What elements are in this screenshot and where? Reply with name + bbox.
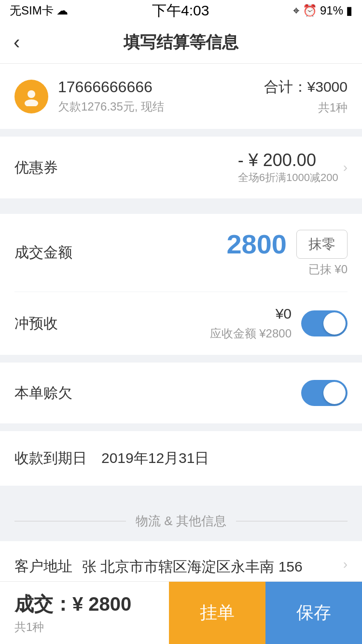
customer-phone: 17666666666 bbox=[58, 78, 164, 96]
round-button[interactable]: 抹零 bbox=[296, 230, 348, 259]
bottom-deal: 成交：¥ 2800 bbox=[14, 591, 154, 617]
chong-toggle[interactable] bbox=[301, 310, 348, 336]
customer-left: 17666666666 欠款1276.35元, 现结 bbox=[14, 78, 164, 114]
deal-section: 成交金额 2800 抹零 已抹 ¥0 冲预收 ¥0 应收金额 ¥2800 bbox=[0, 214, 362, 355]
alarm-icon: ⏰ bbox=[303, 4, 317, 17]
duedate-row: 收款到期日 2019年12月31日 bbox=[0, 431, 362, 486]
duedate-value: 2019年12月31日 bbox=[101, 448, 209, 468]
location-icon: ⌖ bbox=[293, 4, 300, 17]
chong-sub: 应收金额 ¥2800 bbox=[210, 326, 292, 341]
chevron-right-icon: › bbox=[343, 160, 348, 175]
deal-amount-value: 2800 bbox=[226, 228, 287, 260]
bottom-summary: 成交：¥ 2800 共1种 bbox=[0, 591, 169, 635]
divider-line-left bbox=[14, 521, 126, 521]
address-label: 客户地址 bbox=[14, 557, 72, 576]
coupon-discount: - ¥ 200.00 bbox=[238, 150, 338, 170]
customer-sub: 欠款1276.35元, 现结 bbox=[58, 99, 164, 114]
save-button[interactable]: 保存 bbox=[265, 582, 362, 644]
bendi-toggle[interactable] bbox=[301, 380, 348, 406]
coupon-sub: 全场6折满1000减200 bbox=[238, 170, 338, 185]
address-chevron-icon: › bbox=[343, 557, 348, 572]
svg-point-1 bbox=[25, 99, 38, 106]
coupon-label: 优惠券 bbox=[14, 158, 58, 178]
nav-bar: ‹ 填写结算等信息 bbox=[0, 21, 362, 64]
logistics-text: 物流 & 其他信息 bbox=[136, 513, 226, 530]
total-amount: 合计：¥3000 bbox=[264, 77, 348, 97]
back-button[interactable]: ‹ bbox=[14, 31, 20, 53]
total-count: 共1种 bbox=[264, 100, 348, 115]
divider-line-right bbox=[236, 521, 348, 521]
bottom-deal-amount: ¥ 2800 bbox=[72, 593, 131, 615]
sim-status: 无SIM卡 ☁ bbox=[10, 3, 68, 18]
customer-info: 17666666666 欠款1276.35元, 现结 bbox=[58, 78, 164, 114]
chong-right: ¥0 应收金额 ¥2800 bbox=[210, 306, 292, 341]
status-time: 下午4:03 bbox=[152, 1, 209, 21]
avatar bbox=[14, 80, 48, 113]
chong-yushou-row: 冲预收 ¥0 应收金额 ¥2800 bbox=[14, 292, 348, 355]
content-area: 17666666666 欠款1276.35元, 现结 合计：¥3000 共1种 … bbox=[0, 64, 362, 644]
bottom-deal-label: 成交： bbox=[14, 593, 72, 615]
customer-right: 合计：¥3000 共1种 bbox=[264, 77, 348, 115]
deal-sub: 已抹 ¥0 bbox=[226, 262, 348, 277]
customer-card: 17666666666 欠款1276.35元, 现结 合计：¥3000 共1种 bbox=[0, 64, 362, 129]
coupon-row[interactable]: 优惠券 - ¥ 200.00 全场6折满1000减200 › bbox=[0, 137, 362, 198]
section-separator-3 bbox=[0, 493, 362, 501]
status-right: ⌖ ⏰ 91% ▮ bbox=[293, 4, 352, 17]
chong-label: 冲预收 bbox=[14, 314, 58, 334]
status-bar: 无SIM卡 ☁ 下午4:03 ⌖ ⏰ 91% ▮ bbox=[0, 0, 362, 21]
bottom-bar: 成交：¥ 2800 共1种 挂单 保存 bbox=[0, 581, 362, 644]
deal-amount-right: 2800 抹零 bbox=[226, 228, 348, 260]
bottom-count: 共1种 bbox=[14, 619, 154, 635]
svg-point-0 bbox=[28, 90, 35, 98]
chong-amount: ¥0 bbox=[276, 306, 292, 322]
hang-button[interactable]: 挂单 bbox=[169, 582, 265, 644]
section-separator-1 bbox=[0, 206, 362, 214]
page-title: 填写结算等信息 bbox=[124, 31, 238, 54]
battery-icon: ▮ bbox=[346, 4, 352, 17]
battery-level: 91% bbox=[320, 4, 343, 17]
section-separator-2 bbox=[0, 355, 362, 363]
bendi-label: 本单赊欠 bbox=[14, 383, 72, 403]
deal-amount-label: 成交金额 bbox=[14, 243, 72, 263]
bendi-row: 本单赊欠 bbox=[0, 363, 362, 423]
duedate-label: 收款到期日 bbox=[14, 448, 87, 468]
logistics-divider: 物流 & 其他信息 bbox=[0, 501, 362, 541]
deal-amount-row: 成交金额 2800 抹零 已抹 ¥0 bbox=[14, 214, 348, 292]
coupon-right: - ¥ 200.00 全场6折满1000减200 › bbox=[238, 150, 348, 185]
status-left: 无SIM卡 ☁ bbox=[10, 3, 68, 18]
